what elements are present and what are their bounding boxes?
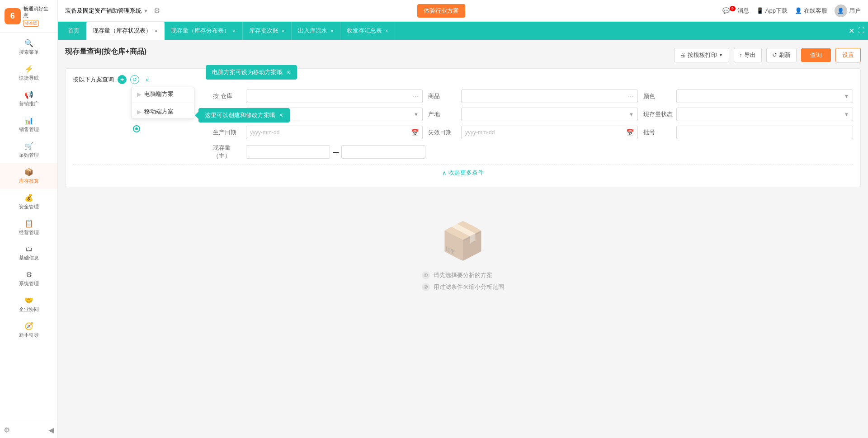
filter-row-2: 尺码 ▼ 产地 ▼ 现存量状态	[213, 108, 853, 121]
tab-maximize[interactable]: ⛶	[858, 27, 864, 35]
logo-icon: 6	[5, 8, 21, 24]
tab-batch-ledger[interactable]: 库存批次账 ✕	[243, 22, 292, 40]
filter-back-btn[interactable]: «	[143, 75, 152, 84]
export-icon: ↑	[740, 52, 743, 58]
online-support-label: 在线客服	[804, 7, 827, 15]
setting-query-btn[interactable]: 设置	[835, 48, 861, 62]
guide-icon: 🧭	[24, 322, 33, 330]
filter-goods: 商品 ···	[428, 89, 638, 103]
sidebar-item-system[interactable]: ⚙ 系统管理	[0, 266, 57, 292]
tab-in-out-flow[interactable]: 出入库流水 ✕	[292, 22, 340, 40]
industry-btn[interactable]: 体验行业方案	[417, 4, 465, 18]
tab-close-all[interactable]: ✕	[849, 27, 854, 35]
collapse-btn[interactable]: ∧ 收起更多条件	[73, 165, 853, 180]
tab-in-out-flow-label: 出入库流水	[298, 27, 327, 35]
tooltip-pc-text: 电脑方案可设为移动方案哦	[212, 68, 283, 76]
tab-home-label: 首页	[68, 27, 80, 35]
system-name-dropdown[interactable]: 装备及固定资产辅助管理系统 ▼	[65, 7, 148, 15]
empty-steps: ① 请先选择要分析的方案 ② 用过滤条件来缩小分析范围	[422, 271, 504, 295]
color-select[interactable]: ▼	[676, 89, 853, 103]
online-support-group[interactable]: 👤 在线客服	[795, 7, 827, 15]
warehouse-select[interactable]: ···	[246, 89, 423, 103]
tab-inventory-dist[interactable]: 现存量（库存分布表） ✕	[165, 22, 243, 40]
user-avatar: 👤	[835, 5, 847, 17]
mfg-date-input[interactable]: yyyy-mm-dd 📅	[246, 126, 423, 139]
filter-row-1: 按 仓库 ··· 商品 ··· 颜色	[213, 89, 853, 103]
tooltip-edit-text: 这里可以创建和修改方案哦	[205, 111, 275, 119]
mfg-date-calendar-icon[interactable]: 📅	[411, 129, 419, 136]
filter-refresh-btn[interactable]: ↺	[130, 75, 139, 84]
sidebar-item-collab[interactable]: 🤝 企业协同	[0, 292, 57, 317]
sidebar-item-purchase[interactable]: 🛒 采购管理	[0, 137, 57, 163]
refresh-btn[interactable]: ↺ 刷新	[766, 48, 797, 62]
tab-inventory-status[interactable]: 现存量（库存状况表） ✕	[86, 22, 165, 40]
sidebar-item-basic[interactable]: 🗂 基础信息	[0, 240, 57, 266]
sidebar-item-finance[interactable]: 💰 资金管理	[0, 189, 57, 215]
tab-inventory-status-close[interactable]: ✕	[154, 28, 158, 33]
stock-qty-min-input[interactable]	[246, 145, 330, 159]
sidebar-item-marketing[interactable]: 📢 营销推广	[0, 86, 57, 112]
logo-text: 畅通消好生意 标准版	[24, 5, 53, 27]
filter-stock-qty: 现存量（主） —	[213, 144, 420, 160]
scheme-item-mobile-arrow: ▶	[137, 108, 142, 115]
batch-input[interactable]	[676, 126, 853, 139]
exp-date-label: 失效日期	[428, 128, 458, 137]
tab-batch-ledger-close[interactable]: ✕	[281, 28, 285, 33]
filter-color: 颜色 ▼	[643, 89, 853, 103]
filter-add-btn[interactable]: +	[118, 75, 127, 84]
empty-step-1: ① 请先选择要分析的方案	[422, 271, 504, 279]
main-area: 装备及固定资产辅助管理系统 ▼ ⚙ 体验行业方案 💬 9 消息 📱 App下载 …	[58, 0, 868, 438]
app-download-group[interactable]: 📱 App下载	[756, 7, 788, 15]
empty-state: 📦 ① 请先选择要分析的方案 ② 用过滤条件来缩小分析范围	[65, 193, 861, 322]
tab-recv-summary-label: 收发存汇总表	[347, 27, 382, 35]
export-btn[interactable]: ↑ 导出	[734, 48, 762, 62]
stock-qty-max-input[interactable]	[341, 145, 425, 159]
tooltip-edit-close[interactable]: ✕	[279, 112, 283, 118]
sidebar-item-sales[interactable]: 📊 销售管理	[0, 112, 57, 137]
filter-batch: 批号	[643, 126, 853, 139]
purchase-icon: 🛒	[24, 142, 33, 151]
tab-batch-ledger-label: 库存批次账	[249, 27, 278, 35]
sidebar-nav: 🔍 搜索菜单 ⚡ 快捷导航 📢 营销推广 📊 销售管理 🛒 采购管理 📦 库存核…	[0, 33, 57, 422]
sidebar-item-operations[interactable]: 📋 经营管理	[0, 215, 57, 240]
size-chevron: ▼	[414, 112, 419, 117]
search-query-btn[interactable]: 查询	[801, 48, 831, 62]
tab-inventory-dist-label: 现存量（库存分布表）	[171, 27, 230, 35]
sidebar: 6 畅通消好生意 标准版 🔍 搜索菜单 ⚡ 快捷导航 📢 营销推广 📊 销售管理…	[0, 0, 58, 438]
scheme-item-pc-arrow: ▶	[137, 91, 142, 98]
sidebar-item-quicknav[interactable]: ⚡ 快捷导航	[0, 60, 57, 86]
tab-recv-summary[interactable]: 收发存汇总表 ✕	[340, 22, 395, 40]
content-area: 现存量查询(按仓库+商品) 🖨 按模板打印 ▼ ↑ 导出 ↺ 刷新 查询 设置	[58, 40, 868, 438]
user-group[interactable]: 👤 用户	[835, 5, 861, 17]
message-group[interactable]: 💬 9 消息	[722, 7, 749, 15]
mfg-date-placeholder: yyyy-mm-dd	[250, 129, 279, 136]
connector-dot-1	[134, 126, 139, 132]
header-settings-icon[interactable]: ⚙	[154, 6, 160, 15]
stock-qty-label: 现存量（主）	[213, 144, 242, 160]
tooltip-edit-scheme: 这里可以创建和修改方案哦 ✕	[198, 108, 290, 122]
sidebar-item-inventory[interactable]: 📦 库存核算	[0, 163, 57, 189]
stock-status-select[interactable]: ▼	[676, 108, 853, 121]
tab-in-out-flow-close[interactable]: ✕	[330, 28, 334, 33]
sidebar-settings-icon[interactable]: ⚙	[4, 426, 10, 434]
finance-icon: 💰	[24, 193, 33, 202]
origin-select[interactable]: ▼	[461, 108, 638, 121]
sidebar-item-search[interactable]: 🔍 搜索菜单	[0, 34, 57, 60]
goods-select[interactable]: ···	[461, 89, 638, 103]
scheme-item-pc[interactable]: ▶ 电脑端方案	[132, 87, 194, 101]
exp-date-calendar-icon[interactable]: 📅	[626, 129, 634, 136]
step-num-1: ①	[422, 271, 430, 279]
tab-recv-summary-close[interactable]: ✕	[385, 28, 388, 33]
tooltip-pc-close[interactable]: ✕	[286, 69, 291, 75]
scheme-item-mobile[interactable]: ▶ 移动端方案	[132, 105, 194, 118]
print-btn[interactable]: 🖨 按模板打印 ▼	[674, 48, 729, 62]
tab-inventory-status-label: 现存量（库存状况表）	[93, 27, 151, 35]
tab-inventory-dist-close[interactable]: ✕	[232, 28, 236, 33]
filter-origin: 产地 ▼	[428, 108, 638, 121]
tab-home[interactable]: 首页	[61, 22, 86, 40]
tab-bar: 首页 现存量（库存状况表） ✕ 现存量（库存分布表） ✕ 库存批次账 ✕ 出入库…	[58, 22, 868, 40]
message-icon: 💬	[722, 7, 730, 14]
sidebar-item-guide[interactable]: 🧭 新手引导	[0, 317, 57, 343]
exp-date-input[interactable]: yyyy-mm-dd 📅	[461, 126, 638, 139]
sidebar-collapse-icon[interactable]: ◀	[48, 426, 54, 434]
